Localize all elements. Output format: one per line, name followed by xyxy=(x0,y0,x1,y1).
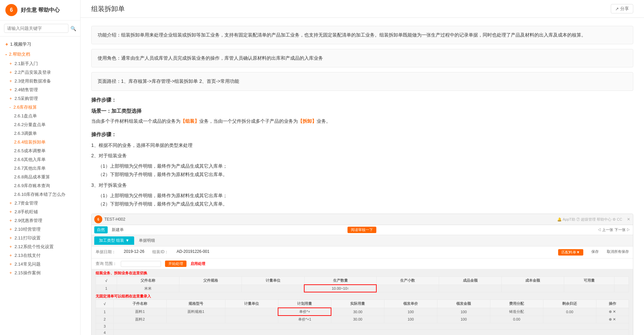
info-block-path: 页面路径：1、库存核算->库存管理->组装拆卸单 2、首页->常用功能 xyxy=(91,72,633,91)
sidebar-item-docs[interactable]: - 2.帮助文档 xyxy=(0,49,80,59)
ss-navbar: 自然 新建单 阅读审核一下 ◁ 上一张 下一张 ▷ xyxy=(92,225,633,235)
ss-col-amount1: 成品金额 xyxy=(439,277,501,285)
content-area: 功能介绍：组装拆卸单用来处理企业组装或拆卸等加工业务，支持有固定装配清单的产品加… xyxy=(80,18,644,335)
ss-btn-save[interactable]: 保存 xyxy=(591,249,599,256)
step3-sub2: （2）下部明细为子件明细，最终作为产成品生成其它入库单。 xyxy=(91,200,633,208)
sidebar-item-2-6-6[interactable]: 2.6.6其他入库单 xyxy=(0,155,80,164)
ss-bottom-table: √ 子件名称 规格型号 计量单位 计划用量 实际用量 领发单价 领发金额 费用分… xyxy=(96,299,629,335)
ss-tab-detail[interactable]: 单据明细 xyxy=(134,236,160,245)
ss-annotation-nofixed: 无固定清单可以组档在这里量录入 xyxy=(92,294,633,299)
step2-sub2: （2）下部明细为子件明细，最终作为原材料生成其它出库单。 xyxy=(91,170,633,179)
ss-search-label: 查询 范围： xyxy=(96,261,117,267)
sidebar-item-2-6-3[interactable]: 2.6.3调拨单 xyxy=(0,129,80,138)
ss-icons: 🔔 AppT助 ⑦ 超级管理 帮助中心 ⚙ CC xyxy=(557,217,622,222)
ss-code-value: AD-20191226-001 xyxy=(176,249,209,256)
table-row: 1 面料1 面料规格1 单价*+ 30.00 100 100 铸造分配 0.00 xyxy=(96,308,629,316)
sidebar-item-2-7[interactable]: + 2.7资金管理 xyxy=(0,199,80,208)
ss-col-check: √ xyxy=(96,277,117,285)
ss-col-qty: 生产数量 xyxy=(304,277,376,285)
sidebar-item-2-6[interactable]: - 2.6库存核算 xyxy=(0,103,80,112)
ss-close-icon: ✕ xyxy=(627,217,630,222)
ss-top-table: √ 父件名称 父件规格 计量单位 生产数量 生产小数 成品金额 成本金额 可用量 xyxy=(96,276,629,292)
plus-icon: + xyxy=(9,209,12,214)
scene1-title: 场景一：加工类型选择 xyxy=(91,108,633,114)
sidebar-item-2-4[interactable]: + 2.4销售管理 xyxy=(0,86,80,94)
ss-btn-cancel[interactable]: 取消所有保存 xyxy=(607,249,629,256)
step3-sub1: （1）上部明细为父件明细，最终作为原材料生成其它出库单； xyxy=(91,191,633,200)
logo-icon: 6 xyxy=(5,4,17,16)
ss-logo-icon: 6 xyxy=(94,215,102,223)
info-block-intro: 功能介绍：组装拆卸单用来处理企业组装或拆卸等加工业务，支持有固定装配清单的产品加… xyxy=(91,26,633,44)
sidebar-item-2-6-8[interactable]: 2.6.8商品成本重算 xyxy=(0,173,80,181)
step3-text: 3、对于拆装业务 xyxy=(91,181,633,189)
plus-icon: + xyxy=(9,61,12,66)
sidebar-item-2-14[interactable]: + 2.14常见问题 xyxy=(0,260,80,269)
plus-icon: + xyxy=(9,78,12,83)
table-row: 3 xyxy=(96,323,629,330)
sidebar-item-2-6-10[interactable]: 2.6.10库存账本错了怎么办 xyxy=(0,190,80,199)
sidebar-title: 好生意 帮助中心 xyxy=(21,7,60,14)
sidebar-item-2-6-4[interactable]: 2.6.4组装拆卸单 xyxy=(0,138,80,147)
table-row: 1 米米 10.00~10↑ xyxy=(96,285,629,292)
sidebar-item-2-6-9[interactable]: 2.6.9库存账本查询 xyxy=(0,181,80,190)
sidebar-item-video[interactable]: + 1.视频学习 xyxy=(0,39,80,49)
plus-icon: + xyxy=(9,227,12,232)
info-block-role: 使用角色：通常由生产人员或库管人员完成拆装业务的操作，库管人员确认原材料的出库和… xyxy=(91,49,633,67)
ss-col-op xyxy=(614,277,629,285)
share-icon: ↗ xyxy=(615,6,619,11)
sidebar-item-2-11[interactable]: + 2.11打印设置 xyxy=(0,234,80,242)
sidebar-item-2-12[interactable]: + 2.12系统个性化设置 xyxy=(0,242,80,251)
ss-date-label: 单据日期： xyxy=(96,249,116,256)
scene1-desc: 当由多个子件材料组装成一个成品的业务为【组装】业务，当由一个父件拆分成多个子产品… xyxy=(91,117,633,125)
sidebar-item-2-9[interactable]: + 2.9优惠券管理 xyxy=(0,216,80,225)
sidebar: 6 好生意 帮助中心 🔍 + 1.视频学习 - 2.帮助文档 + 2.1新手入门… xyxy=(0,0,80,335)
sidebar-item-2-6-2[interactable]: 2.6.2分量盘点单 xyxy=(0,120,80,129)
plus-icon: + xyxy=(9,244,12,249)
sidebar-item-2-6-7[interactable]: 2.6.7其他出库单 xyxy=(0,164,80,173)
sidebar-item-2-6-5[interactable]: 2.6.5成本调整单 xyxy=(0,147,80,155)
plus-icon: + xyxy=(9,70,12,75)
search-icon[interactable]: 🔍 xyxy=(70,26,76,31)
sidebar-item-2-13[interactable]: + 2.13在线支付 xyxy=(0,251,80,260)
share-button[interactable]: ↗ 分享 xyxy=(611,4,633,13)
ss-nav-new[interactable]: 新建单 xyxy=(109,226,126,233)
sidebar-item-2-10[interactable]: + 2.10经营管理 xyxy=(0,225,80,234)
ss-bottom-table-container: √ 子件名称 规格型号 计量单位 计划用量 实际用量 领发单价 领发金额 费用分… xyxy=(92,299,633,335)
ss-form-area: 单据日期： 2019-12-26 组装ID： AD-20191226-001 匹… xyxy=(92,246,633,259)
sidebar-item-2-3[interactable]: + 2.3使用前数据准备 xyxy=(0,77,80,86)
sidebar-item-2-1[interactable]: + 2.1新手入门 xyxy=(0,59,80,68)
plus-icon: + xyxy=(9,96,12,101)
step2-sub1: （1）上部明细为父件明细，最终作为产成品生成其它入库单； xyxy=(91,162,633,170)
sidebar-header: 6 好生意 帮助中心 xyxy=(0,0,80,20)
collapse-icon: - xyxy=(5,52,7,57)
plus-icon: + xyxy=(9,201,12,206)
ss-nav-next[interactable]: 下一张 ▷ xyxy=(614,227,630,232)
sidebar-item-2-8[interactable]: + 2.8手机旺铺 xyxy=(0,208,80,216)
steps-title: 操作步骤： xyxy=(91,97,633,103)
ss-title-text: TEST-H002 xyxy=(104,217,125,222)
search-input[interactable] xyxy=(4,24,68,33)
ss-search-field[interactable] xyxy=(121,261,161,267)
table-row: 2 面料2 单价*+1 30.00 100 100 0.00 ⊕ ✕ xyxy=(96,316,629,323)
plus-icon: + xyxy=(9,270,12,275)
ss-col-avail: 可用量 xyxy=(564,277,614,285)
ss-btn-match[interactable]: 匹配料单▼ xyxy=(558,249,583,256)
ss-tab-active[interactable]: 加工类型 组装 ▼ xyxy=(94,236,134,245)
main-header: 组装拆卸单 ↗ 分享 xyxy=(80,0,644,18)
screenshot-titlebar: 6 TEST-H002 🔔 AppT助 ⑦ 超级管理 帮助中心 ⚙ CC ✕ xyxy=(92,214,633,225)
ss-btn-review[interactable]: 阅读审核一下 xyxy=(347,227,376,233)
ss-code-label: 组装ID： xyxy=(152,249,168,256)
ss-nav-prev[interactable]: ◁ 上一张 xyxy=(597,227,613,232)
main-content: 组装拆卸单 ↗ 分享 功能介绍：组装拆卸单用来处理企业组装或拆卸等加工业务，支持… xyxy=(80,0,644,335)
sidebar-item-2-6-1[interactable]: 2.6.1盘点单 xyxy=(0,112,80,120)
operation-steps-title: 操作步骤： xyxy=(91,131,633,138)
ss-col-amount2: 成本金额 xyxy=(501,277,564,285)
sidebar-item-2-5[interactable]: + 2.5采购管理 xyxy=(0,94,80,103)
sidebar-item-2-15[interactable]: + 2.15操作案例 xyxy=(0,269,80,277)
plus-icon: + xyxy=(9,253,12,258)
page-title: 组装拆卸单 xyxy=(91,4,125,13)
plus-icon: + xyxy=(9,218,12,223)
sidebar-item-2-2[interactable]: + 2.2产品安装及登录 xyxy=(0,68,80,77)
ss-annotation-process: 启用处理 xyxy=(191,261,205,266)
ss-btn-apply[interactable]: 开始处理 xyxy=(165,261,186,267)
